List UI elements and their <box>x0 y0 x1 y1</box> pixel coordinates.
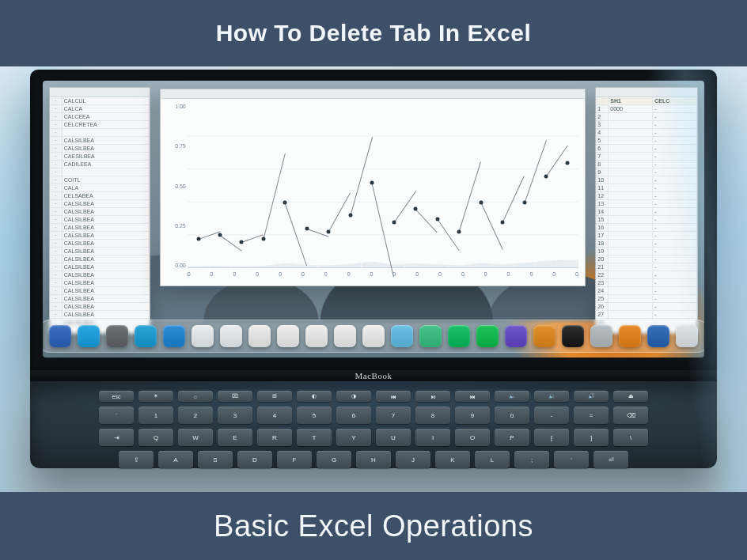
row-number: 6 <box>596 145 609 153</box>
chart-line-segment <box>328 193 351 233</box>
row-number: 20 <box>596 255 609 263</box>
key: R <box>257 429 292 446</box>
dock-app-icon <box>334 325 356 347</box>
x-tick: 0 <box>529 271 533 282</box>
row-number: · <box>50 311 63 319</box>
x-tick: 0 <box>552 271 556 282</box>
chart-point <box>261 236 265 240</box>
keyboard: esc✶☼⌧⊞◐◑⏮⏯⏭🔈🔉🔊⏏`1234567890-=⌫⇥QWERTYUIO… <box>85 391 662 468</box>
key: esc <box>99 391 134 402</box>
row-number: 8 <box>596 161 609 168</box>
cell: - <box>653 287 697 295</box>
chart-window: 1.000.750.500.250.00 000000000000000000 <box>160 89 586 286</box>
window-titlebar <box>596 88 697 97</box>
dock-app-icon <box>533 325 556 347</box>
cell <box>609 271 653 279</box>
key: ⌧ <box>218 391 252 402</box>
dock-app-icon <box>277 325 299 347</box>
cell: CALCEEA <box>63 113 150 121</box>
page-title: How To Delete Tab In Excel <box>216 20 532 47</box>
dock-app-icon <box>676 325 698 347</box>
cell <box>609 311 653 319</box>
key: U <box>376 429 411 446</box>
row-number: 23 <box>596 279 609 287</box>
cell: - <box>653 145 697 153</box>
row-number: 16 <box>596 224 609 232</box>
row-number: 26 <box>596 303 609 311</box>
cell <box>609 232 653 240</box>
key: 0 <box>495 407 529 424</box>
dock-app-icon <box>220 325 242 347</box>
cell: - <box>653 263 697 271</box>
cell: - <box>653 121 697 129</box>
row-number: 11 <box>596 184 609 192</box>
x-tick: 0 <box>301 271 305 282</box>
row-number: 5 <box>596 137 609 145</box>
key: 7 <box>376 407 411 424</box>
chart-line-segment <box>285 202 307 265</box>
row-number: · <box>50 105 63 113</box>
cell: CALCA <box>63 105 150 113</box>
key: ⏎ <box>593 451 628 468</box>
chart-point <box>435 217 439 221</box>
cell: - <box>653 113 697 121</box>
cell <box>609 168 653 176</box>
left-grid: ·CALCUL·CALCA·CALCEEA·CELCRETEA··CALSILB… <box>50 97 150 327</box>
dock-app-icon <box>590 325 612 347</box>
key: 4 <box>257 407 292 424</box>
cell: CALSILBEA <box>63 287 150 295</box>
dock-app-icon <box>49 325 71 347</box>
chart-point <box>414 207 418 211</box>
cell: CALSILBEA <box>63 271 150 279</box>
row-number: 7 <box>596 153 609 161</box>
cell: CALSILBEA <box>63 216 150 224</box>
tutorial-card: How To Delete Tab In Excel ·CALCUL·CALCA… <box>0 0 747 560</box>
y-tick: 0.50 <box>164 184 186 189</box>
chart-point <box>544 174 548 178</box>
chart-point <box>218 233 222 237</box>
dock-app-icon <box>391 325 413 347</box>
keyboard-deck: esc✶☼⌧⊞◐◑⏮⏯⏭🔈🔉🔊⏏`1234567890-=⌫⇥QWERTYUIO… <box>30 381 717 468</box>
chart-line-segment <box>502 176 525 223</box>
chart-line-segment <box>459 162 481 233</box>
chart-point <box>283 200 287 204</box>
y-tick: 0.75 <box>164 143 186 149</box>
cell: CELSABEA <box>63 192 150 200</box>
key: = <box>574 407 609 424</box>
row-number: 9 <box>596 168 609 176</box>
cell: CALSILBEA <box>63 263 150 271</box>
key: D <box>237 451 272 468</box>
key: ⇪ <box>119 451 154 468</box>
keyboard-row: esc✶☼⌧⊞◐◑⏮⏯⏭🔈🔉🔊⏏ <box>85 391 662 402</box>
window-titlebar <box>50 88 150 97</box>
cell: - <box>653 105 697 113</box>
cell: COITL <box>63 176 150 184</box>
row-number: · <box>50 295 63 303</box>
x-tick: 0 <box>256 271 259 282</box>
key: S <box>198 451 233 468</box>
key: 🔉 <box>534 391 569 402</box>
row-number: · <box>50 145 63 153</box>
row-number: 24 <box>596 287 609 295</box>
key: O <box>455 429 490 446</box>
cell: - <box>653 137 697 145</box>
key: ⇥ <box>99 429 134 446</box>
cell: CELCRETEA <box>63 121 150 129</box>
chart-line-segment <box>546 145 568 176</box>
row-number: · <box>50 208 63 216</box>
dock-app-icon <box>419 325 442 347</box>
x-tick: 0 <box>438 271 442 282</box>
key: ⏏ <box>613 391 648 402</box>
key: ⌫ <box>613 407 648 424</box>
key: K <box>435 451 470 468</box>
key: ` <box>99 407 134 424</box>
row-number: · <box>50 287 63 295</box>
chart-point <box>457 230 461 234</box>
row-number: 10 <box>596 176 609 184</box>
dock-app-icon <box>448 325 470 347</box>
chart-line-segment <box>307 229 329 237</box>
cell: - <box>653 311 697 319</box>
chart-point <box>501 220 505 224</box>
chart-line-segment <box>372 183 394 277</box>
cell: - <box>653 240 697 248</box>
